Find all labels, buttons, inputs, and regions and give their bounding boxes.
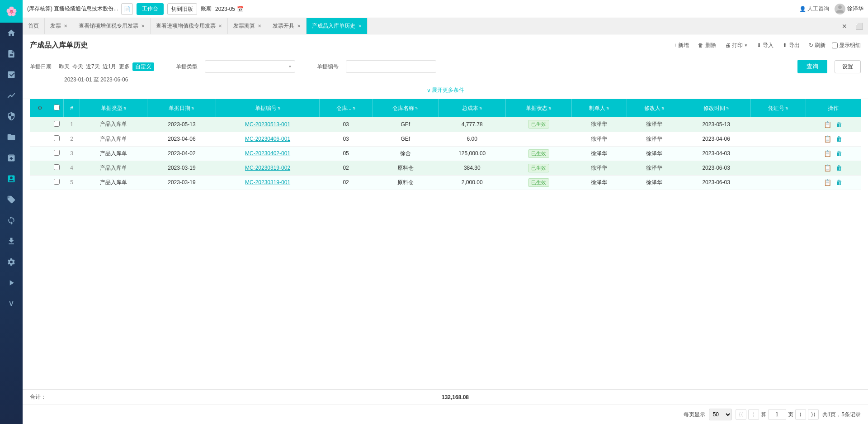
user-info[interactable]: 徐泽华 (835, 4, 863, 14)
tab-sales-invoice[interactable]: 查看销项增值税专用发票 ✕ (73, 18, 151, 34)
period-value[interactable]: 2023-05 📅 (215, 6, 244, 12)
th-total-cost[interactable]: 总成本⇅ (438, 99, 505, 117)
row-edit-icon[interactable]: 📋 (823, 163, 832, 172)
th-date[interactable]: 单据日期⇅ (147, 99, 216, 117)
export-button[interactable]: ⬆ 导出 (780, 40, 802, 51)
row-checkbox-cell[interactable] (50, 132, 64, 146)
th-type[interactable]: 单据类型⇅ (80, 99, 147, 117)
shortcut-today[interactable]: 今天 (72, 63, 83, 71)
tab-close-all[interactable]: ✕ (839, 21, 850, 32)
sidebar-item-analysis[interactable] (0, 85, 23, 106)
tab-purchase-invoice[interactable]: 查看进项增值税专用发票 ✕ (151, 18, 228, 34)
th-warehouse-name[interactable]: 仓库名称⇅ (373, 99, 438, 117)
row-checkbox-cell[interactable] (50, 161, 64, 175)
doc-icon[interactable]: 📄 (121, 3, 133, 15)
show-detail-checkbox[interactable]: 显示明细 (832, 42, 861, 49)
query-button[interactable]: 查询 (797, 60, 827, 73)
th-status[interactable]: 单据状态⇅ (506, 99, 571, 117)
shortcut-more[interactable]: 更多 (119, 63, 130, 71)
th-creator[interactable]: 制单人⇅ (571, 99, 627, 117)
th-voucher[interactable]: 凭证号⇅ (750, 99, 806, 117)
number-filter-input[interactable] (346, 60, 436, 73)
sidebar-item-archive[interactable] (0, 148, 23, 168)
per-page-select[interactable]: 50 100 200 (709, 409, 732, 420)
sidebar-item-version[interactable]: V (0, 293, 23, 314)
tab-invoice-issue-close[interactable]: ✕ (297, 24, 301, 29)
row-delete-icon[interactable]: 🗑 (835, 134, 844, 143)
row-edit-icon[interactable]: 📋 (823, 149, 832, 158)
th-checkbox[interactable] (50, 99, 64, 117)
tab-home[interactable]: 首页 (23, 18, 45, 34)
shortcut-yesterday[interactable]: 昨天 (59, 63, 70, 71)
tab-invoice-issue[interactable]: 发票开具 ✕ (267, 18, 307, 34)
th-warehouse-code[interactable]: 仓库...⇅ (319, 99, 373, 117)
shortcut-1month[interactable]: 近1月 (103, 63, 117, 71)
row-delete-icon[interactable]: 🗑 (835, 149, 844, 158)
sidebar-item-documents[interactable] (0, 43, 23, 64)
tab-sales-invoice-close[interactable]: ✕ (141, 24, 145, 29)
select-all-checkbox[interactable] (54, 105, 60, 110)
row-checkbox[interactable] (54, 135, 60, 141)
row-edit-icon[interactable]: 📋 (823, 178, 832, 187)
print-button[interactable]: 🖨 打印 ▼ (722, 40, 750, 51)
page-first-button[interactable]: ⟨⟨ (736, 409, 746, 420)
th-code[interactable]: 单据编号⇅ (216, 99, 319, 117)
row-checkbox-cell[interactable] (50, 175, 64, 190)
tab-invoice-calc[interactable]: 发票测算 ✕ (228, 18, 267, 34)
tab-invoice-close[interactable]: ✕ (64, 24, 67, 29)
sidebar-item-security[interactable] (0, 106, 23, 127)
new-button[interactable]: + 新增 (671, 40, 692, 51)
workbench-button[interactable]: 工作台 (137, 3, 164, 15)
column-settings-icon[interactable]: ⚙ (33, 102, 46, 114)
page-prev-button[interactable]: ⟨ (748, 409, 759, 420)
delete-button[interactable]: 🗑 删除 (695, 40, 718, 51)
th-settings[interactable]: ⚙ (30, 99, 50, 117)
sidebar-item-home[interactable] (0, 23, 23, 43)
switch-version-button[interactable]: 切到旧版 (167, 3, 197, 15)
tab-invoice-calc-close[interactable]: ✕ (258, 24, 261, 29)
set-button[interactable]: 设置 (835, 60, 861, 73)
row-edit-icon[interactable]: 📋 (823, 120, 832, 129)
row-delete-icon[interactable]: 🗑 (835, 178, 844, 187)
sidebar-item-download[interactable] (0, 231, 23, 252)
sidebar-item-inventory[interactable] (0, 168, 23, 189)
tab-purchase-invoice-close[interactable]: ✕ (218, 24, 222, 29)
support-button[interactable]: 👤 人工咨询 (799, 5, 829, 13)
row-code[interactable]: MC-20230406-001 (216, 132, 319, 146)
refresh-button[interactable]: ↻ 刷新 (806, 40, 828, 51)
row-delete-icon[interactable]: 🗑 (835, 163, 844, 172)
row-checkbox-cell[interactable] (50, 146, 64, 161)
row-code[interactable]: MC-20230402-001 (216, 146, 319, 161)
row-checkbox-cell[interactable] (50, 117, 64, 132)
row-checkbox[interactable] (54, 179, 60, 185)
row-edit-icon[interactable]: 📋 (823, 134, 832, 143)
row-checkbox[interactable] (54, 121, 60, 127)
row-delete-icon[interactable]: 🗑 (835, 120, 844, 129)
row-code[interactable]: MC-20230319-002 (216, 161, 319, 175)
shortcut-7days[interactable]: 近7天 (86, 63, 100, 71)
tab-product-history[interactable]: 产成品入库单历史 ✕ (307, 18, 368, 34)
sidebar-item-play[interactable] (0, 272, 23, 293)
tab-maximize[interactable]: ⬜ (854, 21, 864, 32)
app-logo[interactable]: 🌸 (0, 0, 23, 23)
page-input[interactable] (768, 409, 786, 420)
type-filter-select[interactable] (205, 60, 295, 73)
row-checkbox[interactable] (54, 150, 60, 156)
row-code[interactable]: MC-20230513-001 (216, 117, 319, 132)
tab-product-history-close[interactable]: ✕ (358, 24, 362, 29)
sidebar-item-tags[interactable] (0, 189, 23, 210)
page-next-button[interactable]: ⟩ (795, 409, 806, 420)
import-button[interactable]: ⬇ 导入 (754, 40, 776, 51)
row-code[interactable]: MC-20230319-001 (216, 175, 319, 190)
sidebar-item-files[interactable] (0, 127, 23, 148)
sidebar-item-settings[interactable] (0, 252, 23, 272)
page-last-button[interactable]: ⟩⟩ (808, 409, 819, 420)
row-checkbox[interactable] (54, 164, 60, 170)
th-modify-time[interactable]: 修改时间⇅ (682, 99, 750, 117)
shortcut-custom[interactable]: 自定义 (132, 62, 154, 71)
th-modifier[interactable]: 修改人⇅ (627, 99, 682, 117)
sidebar-item-reports[interactable] (0, 64, 23, 85)
expand-filter-button[interactable]: ∨ 展开更多条件 (427, 86, 464, 94)
sidebar-item-sync[interactable] (0, 210, 23, 231)
tab-invoice[interactable]: 发票 ✕ (45, 18, 73, 34)
